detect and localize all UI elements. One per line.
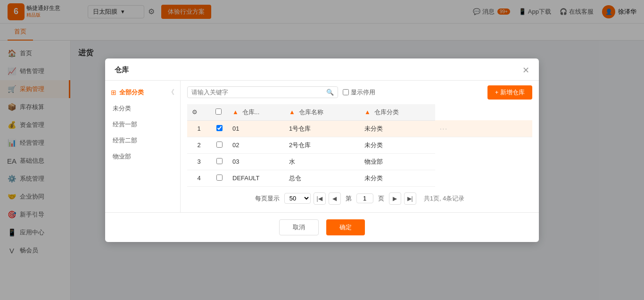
prev-page-btn[interactable]: ◀: [329, 192, 341, 205]
row-code: 02: [228, 137, 284, 153]
first-page-btn[interactable]: |◀: [314, 192, 326, 205]
row-code: 03: [228, 153, 284, 170]
table-row[interactable]: 1 01 1号仓库 未分类 ···: [187, 120, 532, 137]
row-checkbox-cell: [211, 137, 228, 153]
table-panel: 🔍 显示停用 + 新增仓库 ⚙: [181, 81, 539, 212]
row-cat: 未分类: [360, 120, 435, 137]
row-checkbox[interactable]: [216, 125, 223, 131]
page-size-select[interactable]: 50 10 20 100: [284, 193, 311, 204]
grid-icon: ⊞: [111, 89, 116, 96]
search-wrap: 🔍: [187, 86, 338, 98]
row-cat: 未分类: [360, 170, 435, 186]
row-name: 总仓: [284, 170, 360, 186]
category-panel: ⊞ 全部分类 《 未分类 经营一部 经营二部 物业部: [105, 81, 181, 212]
next-page-btn[interactable]: ▶: [389, 192, 401, 205]
row-checkbox[interactable]: [216, 175, 223, 181]
category-header: ⊞ 全部分类 《: [105, 85, 180, 100]
sort-icon-code: ▲: [232, 108, 239, 116]
th-cat[interactable]: ▲ 仓库分类: [360, 104, 435, 121]
more-actions-icon[interactable]: ···: [440, 125, 448, 132]
row-code: 01: [228, 120, 284, 137]
cat-item-dept2[interactable]: 经营二部: [105, 133, 180, 149]
add-warehouse-button[interactable]: + 新增仓库: [487, 85, 532, 100]
warehouse-table: ⚙ ▲ 仓库... ▲ 仓库名称: [187, 104, 532, 187]
row-seq: 2: [187, 137, 211, 153]
th-name[interactable]: ▲ 仓库名称: [284, 104, 360, 121]
modal-footer: 取消 确定: [105, 212, 539, 242]
table-row[interactable]: 2 02 2号仓库 未分类: [187, 137, 532, 153]
row-seq: 1: [187, 120, 211, 137]
row-checkbox[interactable]: [216, 158, 223, 164]
row-cat: 未分类: [360, 137, 435, 153]
cat-all-row[interactable]: ⊞ 全部分类: [111, 88, 144, 97]
th-code[interactable]: ▲ 仓库...: [228, 104, 284, 121]
page-number-input[interactable]: [356, 193, 373, 203]
cancel-button[interactable]: 取消: [279, 219, 319, 235]
th-check: [211, 104, 228, 121]
warehouse-modal: 仓库 ✕ ⊞ 全部分类 《 未分类 经营一部: [105, 58, 539, 242]
cat-collapse-icon[interactable]: 《: [168, 88, 174, 97]
settings-col-icon: ⚙: [192, 108, 198, 116]
row-seq: 4: [187, 170, 211, 186]
confirm-button[interactable]: 确定: [326, 219, 365, 235]
modal-header: 仓库 ✕: [105, 58, 539, 81]
row-checkbox[interactable]: [216, 142, 223, 148]
row-checkbox-cell: [211, 170, 228, 186]
th-settings: ⚙: [187, 104, 211, 121]
table-toolbar: 🔍 显示停用 + 新增仓库: [187, 85, 532, 100]
row-checkbox-cell: [211, 153, 228, 170]
table-row[interactable]: 4 DEFAULT 总仓 未分类: [187, 170, 532, 186]
row-name: 2号仓库: [284, 137, 360, 153]
search-icon[interactable]: 🔍: [326, 89, 334, 96]
row-checkbox-cell: [211, 120, 228, 137]
modal-title: 仓库: [115, 66, 129, 75]
row-name: 水: [284, 153, 360, 170]
page-info: 共1页, 4条记录: [424, 194, 465, 203]
sort-icon-name: ▲: [289, 108, 295, 116]
row-name: 1号仓库: [284, 120, 360, 137]
modal-close-button[interactable]: ✕: [522, 65, 529, 75]
row-code: DEFAULT: [228, 170, 284, 186]
cat-all-label: 全部分类: [119, 88, 144, 97]
cat-item-dept1[interactable]: 经营一部: [105, 117, 180, 133]
last-page-btn[interactable]: ▶|: [404, 192, 416, 205]
row-cat: 物业部: [360, 153, 435, 170]
cat-item-property[interactable]: 物业部: [105, 149, 180, 165]
show-disabled-checkbox[interactable]: [343, 89, 349, 95]
cat-item-unclassified[interactable]: 未分类: [105, 100, 180, 117]
sort-icon-cat: ▲: [364, 108, 371, 116]
search-input[interactable]: [191, 89, 326, 96]
row-seq: 3: [187, 153, 211, 170]
modal-overlay: 仓库 ✕ ⊞ 全部分类 《 未分类 经营一部: [0, 0, 644, 300]
modal-body: ⊞ 全部分类 《 未分类 经营一部 经营二部 物业部: [105, 81, 539, 212]
table-row[interactable]: 3 03 水 物业部: [187, 153, 532, 170]
pagination: 每页显示 50 10 20 100 |◀ ◀ 第 页 ▶ ▶| 共1页, 4条记…: [187, 187, 532, 208]
show-disabled-label: 显示停用: [343, 88, 375, 97]
row-action[interactable]: ···: [435, 120, 532, 137]
select-all-checkbox[interactable]: [215, 108, 222, 115]
